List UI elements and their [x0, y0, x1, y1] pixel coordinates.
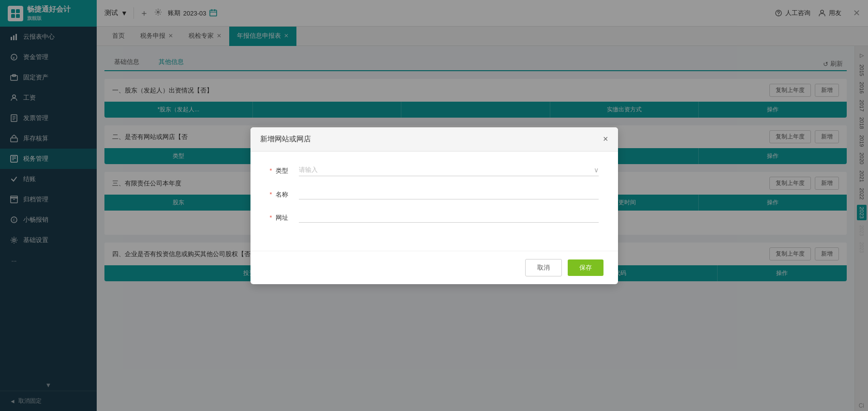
modal-close-btn[interactable]: × [603, 134, 608, 144]
form-group-name: * 名称 [270, 190, 599, 199]
modal-title: 新增网站或网店 [260, 135, 311, 144]
save-button[interactable]: 保存 [568, 259, 603, 276]
cancel-button[interactable]: 取消 [525, 259, 562, 276]
name-input-wrap [299, 190, 599, 199]
name-input[interactable] [299, 190, 599, 197]
modal-overlay: 新增网站或网店 × * 类型 ∨ * 名称 [0, 0, 868, 411]
name-label: * 名称 [270, 190, 299, 199]
type-input[interactable] [299, 166, 594, 173]
modal-body: * 类型 ∨ * 名称 [250, 152, 618, 251]
form-group-type: * 类型 ∨ [270, 166, 599, 176]
modal-footer: 取消 保存 [250, 251, 618, 284]
type-required-mark: * [270, 167, 272, 174]
form-group-url: * 网址 [270, 213, 599, 223]
modal-header: 新增网站或网店 × [250, 127, 618, 152]
type-input-wrap: ∨ [299, 166, 599, 176]
url-input-wrap [299, 213, 599, 223]
url-input[interactable] [299, 213, 599, 220]
type-dropdown-icon[interactable]: ∨ [594, 166, 599, 174]
type-label: * 类型 [270, 167, 299, 175]
modal-add-website: 新增网站或网店 × * 类型 ∨ * 名称 [250, 127, 618, 284]
name-required-mark: * [270, 191, 272, 198]
url-label: * 网址 [270, 213, 299, 222]
url-required-mark: * [270, 214, 272, 221]
